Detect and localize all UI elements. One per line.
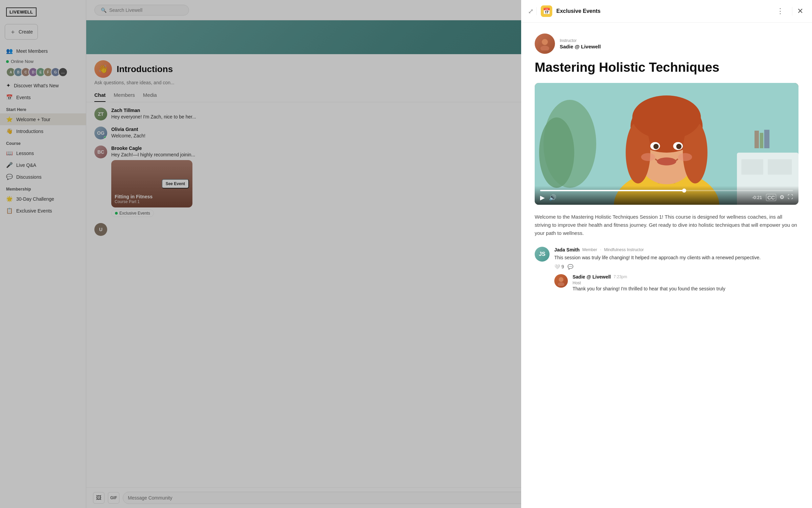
instructor-avatar (535, 34, 555, 54)
reply-item: Sadie @ Livewell 7:23pm Host Thank you f… (554, 274, 798, 292)
svg-point-23 (657, 157, 676, 165)
video-settings-group: CC ⚙ ⛶ (766, 194, 793, 201)
comment-avatar-jada: JS (535, 247, 550, 262)
modal-resize-icon[interactable]: ⤢ (528, 7, 537, 15)
modal-more-button[interactable]: ⋮ (774, 7, 787, 16)
video-controls: ▶ 🔊 -0:21 CC ⚙ ⛶ (535, 186, 798, 205)
modal-title: Exclusive Events (556, 8, 770, 14)
reply-author: Sadie @ Livewell (573, 274, 611, 280)
instructor-name: Sadie @ Livewell (560, 44, 601, 49)
like-button[interactable]: 🤍 9 (554, 264, 564, 269)
svg-point-21 (653, 144, 659, 149)
comment-body-jada: Jada Smith Member · Mindfulness Instruct… (554, 247, 798, 292)
comment-role-label: Member (582, 247, 597, 252)
reply-avatar-sadie (554, 274, 568, 288)
reply-time: 7:23pm (613, 274, 627, 279)
like-count: 9 (561, 264, 564, 269)
comment-name-row: Jada Smith Member · Mindfulness Instruct… (554, 247, 798, 253)
progress-dot (682, 189, 686, 193)
comment-actions: 🤍 9 💬 (554, 264, 798, 269)
video-player: ▶ 🔊 -0:21 CC ⚙ ⛶ (535, 83, 798, 205)
modal-header-icon: 📅 (541, 5, 552, 17)
instructor-row: Instructor Sadie @ Livewell (535, 34, 798, 54)
svg-point-27 (558, 282, 564, 286)
reply-text: Thank you for sharing! I'm thrilled to h… (573, 285, 798, 292)
comment-separator: · (600, 247, 601, 253)
svg-point-24 (641, 153, 655, 161)
svg-point-0 (542, 39, 548, 45)
svg-point-18 (632, 95, 701, 139)
video-buttons-row: ▶ 🔊 -0:21 CC ⚙ ⛶ (540, 194, 793, 201)
svg-point-22 (676, 144, 682, 149)
modal-close-button[interactable]: ✕ (792, 7, 805, 16)
settings-button[interactable]: ⚙ (780, 194, 784, 201)
comment-text: This session was truly life changing! It… (554, 254, 798, 261)
progress-bar[interactable] (540, 190, 793, 191)
exclusive-events-modal: ⤢ 📅 Exclusive Events ⋮ ✕ Instructor Sadi… (521, 0, 812, 508)
instructor-label: Instructor (560, 38, 601, 43)
heart-icon: 🤍 (554, 264, 560, 269)
modal-header: ⤢ 📅 Exclusive Events ⋮ ✕ (521, 0, 812, 23)
instructor-info: Instructor Sadie @ Livewell (560, 38, 601, 49)
modal-body: Instructor Sadie @ Livewell Mastering Ho… (521, 23, 812, 508)
play-button[interactable]: ▶ (540, 194, 545, 201)
event-title: Mastering Holistic Techniques (535, 61, 798, 75)
reply-body-sadie: Sadie @ Livewell 7:23pm Host Thank you f… (573, 274, 798, 292)
svg-point-1 (540, 46, 549, 50)
svg-point-25 (678, 153, 692, 161)
comment-author: Jada Smith (554, 247, 580, 252)
comments-section: JS Jada Smith Member · Mindfulness Instr… (535, 247, 798, 292)
svg-point-26 (559, 277, 563, 282)
fullscreen-button[interactable]: ⛶ (788, 194, 793, 201)
captions-button[interactable]: CC (766, 194, 776, 201)
volume-button[interactable]: 🔊 (549, 194, 556, 201)
reply-role: Host (573, 281, 798, 285)
comment-item: JS Jada Smith Member · Mindfulness Instr… (535, 247, 798, 292)
comment-role: Mindfulness Instructor (604, 247, 644, 252)
video-time: -0:21 (752, 195, 762, 200)
reply-button[interactable]: 💬 (567, 264, 573, 269)
progress-fill (540, 190, 684, 191)
event-description: Welcome to the Mastering Holistic Techni… (535, 213, 798, 237)
reply-name-row: Sadie @ Livewell 7:23pm (573, 274, 798, 280)
